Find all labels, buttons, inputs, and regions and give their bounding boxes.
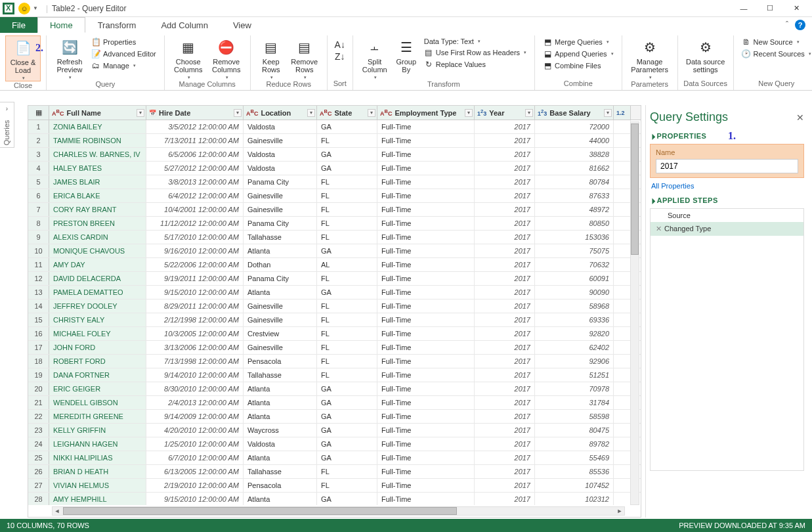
row-header[interactable]: 19 [28,368,49,382]
cell-hire-date[interactable]: 7/13/2011 12:00:00 AM [146,134,244,147]
cell-state[interactable]: GA [317,162,377,175]
cell-employment-type[interactable]: Full-Time [377,175,475,188]
data-type-button[interactable]: Data Type: Text▾ [421,37,529,46]
filter-icon[interactable]: ▾ [525,109,533,117]
cell-location[interactable]: Atlanta [244,382,317,395]
filter-icon[interactable]: ▾ [465,109,473,117]
cell-year[interactable]: 2017 [475,451,535,464]
merge-queries-button[interactable]: ⬒Merge Queries▾ [540,37,616,47]
row-header[interactable]: 15 [28,313,49,326]
cell-hire-date[interactable]: 5/17/2010 12:00:00 AM [146,231,244,244]
cell-location[interactable]: Atlanta [244,244,317,257]
cell-full-name[interactable]: CHARLES W. BARNES, IV [49,148,146,161]
data-source-settings-button[interactable]: ⚙ Data source settings [683,35,728,74]
cell-state[interactable]: GA [317,396,377,409]
cell-full-name[interactable]: MEREDITH GREENE [49,410,146,423]
cell-location[interactable]: Atlanta [244,451,317,464]
row-header[interactable]: 2 [28,134,49,147]
cell-extra[interactable] [614,451,631,464]
refresh-preview-button[interactable]: 🔄 Refresh Preview▾ [52,35,87,80]
cell-extra[interactable] [614,203,631,216]
row-header[interactable]: 1 [28,120,49,133]
cell-employment-type[interactable]: Full-Time [377,437,475,451]
cell-year[interactable]: 2017 [475,286,535,299]
cell-extra[interactable] [614,162,631,175]
use-first-row-button[interactable]: ▤Use First Row as Headers▾ [421,47,529,58]
table-row[interactable]: 25NIKKI HALIPILIAS6/7/2010 12:00:00 AMAt… [28,451,641,465]
cell-state[interactable]: FL [317,341,377,354]
row-header[interactable]: 18 [28,355,49,368]
cell-full-name[interactable]: MICHAEL FOLEY [49,327,146,340]
cell-year[interactable]: 2017 [475,217,535,230]
cell-extra[interactable] [614,341,631,354]
cell-full-name[interactable]: ROBERT FORD [49,355,146,368]
tab-file[interactable]: File [0,17,37,33]
cell-base-salary[interactable]: 80784 [535,175,614,188]
table-row[interactable]: 10MONIQUE CHAVOUS9/16/2010 12:00:00 AMAt… [28,244,641,258]
replace-values-button[interactable]: ↻Replace Values [421,59,529,70]
cell-hire-date[interactable]: 9/16/2010 12:00:00 AM [146,244,244,257]
step-changed-type[interactable]: ✕Changed Type [651,222,803,236]
table-row[interactable]: 2TAMMIE ROBINSON7/13/2011 12:00:00 AMGai… [28,134,641,148]
cell-hire-date[interactable]: 8/29/2011 12:00:00 AM [146,299,244,313]
cell-state[interactable]: FL [317,368,377,382]
cell-base-salary[interactable]: 58598 [535,410,614,423]
cell-hire-date[interactable]: 6/7/2010 12:00:00 AM [146,451,244,464]
cell-location[interactable]: Valdosta [244,162,317,175]
row-header[interactable]: 22 [28,410,49,423]
cell-employment-type[interactable]: Full-Time [377,424,475,437]
filter-icon[interactable]: ▾ [234,109,242,117]
cell-location[interactable]: Pensacola [244,355,317,368]
cell-base-salary[interactable]: 102312 [535,493,614,505]
cell-year[interactable]: 2017 [475,327,535,340]
table-row[interactable]: 8PRESTON BREEN11/12/2012 12:00:00 AMPana… [28,217,641,231]
cell-extra[interactable] [614,217,631,230]
cell-state[interactable]: FL [317,175,377,188]
cell-year[interactable]: 2017 [475,189,535,202]
col-header-employment-type[interactable]: ABCEmployment Type▾ [377,106,475,120]
cell-extra[interactable] [614,327,631,340]
table-row[interactable]: 7CORY RAY BRANT10/4/2001 12:00:00 AMGain… [28,203,641,217]
cell-location[interactable]: Gainesville [244,341,317,354]
cell-year[interactable]: 2017 [475,231,535,244]
table-row[interactable]: 9ALEXIS CARDIN5/17/2010 12:00:00 AMTalla… [28,231,641,244]
row-header[interactable]: 11 [28,258,49,271]
split-column-button[interactable]: ⫠ Split Column▾ [358,35,391,80]
cell-full-name[interactable]: JOHN FORD [49,341,146,354]
cell-location[interactable]: Tallahasse [244,231,317,244]
cell-location[interactable]: Gainesville [244,134,317,147]
cell-full-name[interactable]: VIVIAN HELMUS [49,479,146,492]
row-header[interactable]: 3 [28,148,49,161]
cell-base-salary[interactable]: 62402 [535,341,614,354]
cell-location[interactable]: Crestview [244,327,317,340]
cell-location[interactable]: Dothan [244,258,317,271]
all-properties-link[interactable]: All Properties [651,182,804,190]
cell-base-salary[interactable]: 60091 [535,272,614,285]
cell-employment-type[interactable]: Full-Time [377,162,475,175]
cell-base-salary[interactable]: 81662 [535,162,614,175]
cell-base-salary[interactable]: 80475 [535,424,614,437]
cell-location[interactable]: Gainesville [244,189,317,202]
table-row[interactable]: 12DAVID DELACERDA9/19/2011 12:00:00 AMPa… [28,272,641,286]
cell-year[interactable]: 2017 [475,175,535,188]
table-row[interactable]: 16MICHAEL FOLEY10/3/2005 12:00:00 AMCres… [28,327,641,341]
ribbon-collapse[interactable]: ˆ [786,20,788,30]
cell-base-salary[interactable]: 31784 [535,396,614,409]
cell-employment-type[interactable]: Full-Time [377,327,475,340]
row-header[interactable]: 25 [28,451,49,464]
cell-state[interactable]: FL [317,272,377,285]
cell-state[interactable]: FL [317,217,377,230]
col-header-base-salary[interactable]: 123Base Salary▾ [535,106,614,120]
row-header[interactable]: 10 [28,244,49,257]
cell-base-salary[interactable]: 48972 [535,203,614,216]
cell-year[interactable]: 2017 [475,368,535,382]
cell-location[interactable]: Pensacola [244,479,317,492]
cell-extra[interactable] [614,424,631,437]
cell-state[interactable]: GA [317,148,377,161]
cell-location[interactable]: Tallahasse [244,368,317,382]
cell-hire-date[interactable]: 6/13/2005 12:00:00 AM [146,465,244,478]
cell-base-salary[interactable]: 72000 [535,120,614,133]
cell-extra[interactable] [614,479,631,492]
cell-hire-date[interactable]: 1/25/2010 12:00:00 AM [146,437,244,451]
cell-hire-date[interactable]: 10/4/2001 12:00:00 AM [146,203,244,216]
